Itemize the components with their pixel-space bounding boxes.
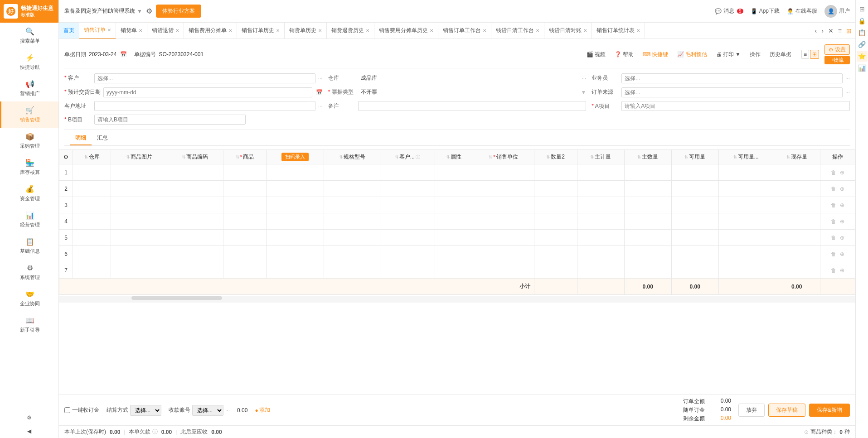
add-btn[interactable]: ● 添加 bbox=[255, 406, 270, 414]
b-project-input[interactable] bbox=[94, 115, 246, 125]
row-2-available[interactable] bbox=[671, 181, 718, 197]
tab-sales-cost[interactable]: 销售费用分摊单 ✕ bbox=[184, 23, 237, 39]
row-7-stock[interactable] bbox=[773, 262, 820, 279]
row-4-customer-field[interactable] bbox=[380, 213, 435, 230]
sort-icon[interactable]: ⇅ bbox=[590, 154, 594, 159]
tab-close-daily-workbench[interactable]: ✕ bbox=[536, 28, 539, 33]
view-mode-grid-icon[interactable]: ⊞ bbox=[810, 50, 819, 59]
customer-more-icon[interactable]: ··· bbox=[318, 75, 323, 82]
sort-icon[interactable]: ⇅ bbox=[339, 154, 343, 159]
detail-tab-detail[interactable]: 明细 bbox=[70, 131, 92, 145]
row-5-product-img[interactable] bbox=[111, 230, 167, 246]
sort-icon[interactable]: ⇅ bbox=[395, 154, 398, 159]
address-more-icon[interactable]: ··· bbox=[318, 103, 323, 109]
tab-menu-btn[interactable]: ≡ bbox=[836, 26, 844, 35]
row-2-product-img[interactable] bbox=[111, 181, 167, 197]
row-3-spec[interactable] bbox=[324, 197, 380, 213]
sort-icon[interactable]: ⇅ bbox=[236, 154, 239, 159]
row-5-product[interactable] bbox=[223, 230, 266, 246]
view-mode-list-icon[interactable]: ≡ bbox=[801, 50, 809, 59]
right-panel-item-5[interactable]: ⭐ bbox=[857, 51, 868, 62]
tab-sales-bill-history[interactable]: 销货单历史 ✕ bbox=[285, 23, 327, 39]
customer-field-info-icon[interactable]: ⓘ bbox=[416, 154, 420, 160]
row-5-available2[interactable] bbox=[718, 230, 773, 246]
row-2-attribute[interactable] bbox=[435, 181, 473, 197]
row-1-sales-unit[interactable] bbox=[473, 164, 534, 181]
tab-close-order-stats[interactable]: ✕ bbox=[636, 28, 640, 33]
row-1-product-img[interactable] bbox=[111, 164, 167, 181]
row-6-qty2[interactable] bbox=[534, 246, 577, 262]
row-4-available[interactable] bbox=[671, 213, 718, 230]
row-7-attribute[interactable] bbox=[435, 262, 473, 279]
row-7-customer-field[interactable] bbox=[380, 262, 435, 279]
row-2-copy-icon[interactable]: ⊕ bbox=[840, 186, 844, 192]
save-draft-btn[interactable]: 保存草稿 bbox=[768, 404, 805, 417]
row-6-available[interactable] bbox=[671, 246, 718, 262]
row-4-main-qty[interactable] bbox=[624, 213, 671, 230]
row-7-product[interactable] bbox=[223, 262, 266, 279]
row-5-customer-field[interactable] bbox=[380, 230, 435, 246]
sidebar-item-search[interactable]: 🔍 搜索菜单 bbox=[0, 23, 58, 49]
sidebar-item-management[interactable]: 📊 经营管理 bbox=[0, 207, 58, 233]
row-6-available2[interactable] bbox=[718, 246, 773, 262]
row-1-qty2[interactable] bbox=[534, 164, 577, 181]
row-6-product-code[interactable] bbox=[167, 246, 223, 262]
right-panel-item-1[interactable]: ⊞ bbox=[857, 4, 868, 14]
row-1-copy-icon[interactable]: ⊕ bbox=[840, 169, 844, 176]
row-2-warehouse[interactable] bbox=[73, 181, 111, 197]
delivery-calendar-icon[interactable]: 📅 bbox=[316, 89, 323, 96]
row-5-copy-icon[interactable]: ⊕ bbox=[840, 235, 844, 241]
settings-top-btn[interactable]: ⚙ 设置 bbox=[824, 44, 850, 55]
row-7-available2[interactable] bbox=[718, 262, 773, 279]
app-download-btn[interactable]: 📱 App下载 bbox=[751, 7, 780, 15]
user-btn[interactable]: 👤 用户 bbox=[824, 5, 850, 18]
row-6-product[interactable] bbox=[223, 246, 266, 262]
sort-icon[interactable]: ⇅ bbox=[84, 154, 88, 159]
tab-close-order-workbench[interactable]: ✕ bbox=[483, 28, 486, 33]
row-3-product-img[interactable] bbox=[111, 197, 167, 213]
tab-return-history[interactable]: 销货退货历史 ✕ bbox=[327, 23, 374, 39]
row-2-delete-icon[interactable]: 🗑 bbox=[831, 186, 836, 192]
row-1-stock[interactable] bbox=[773, 164, 820, 181]
row-6-spec[interactable] bbox=[324, 246, 380, 262]
print-btn[interactable]: 🖨 打印 ▼ bbox=[713, 50, 743, 59]
row-1-available2[interactable] bbox=[718, 164, 773, 181]
a-project-input[interactable] bbox=[621, 101, 850, 111]
row-1-main-unit[interactable] bbox=[577, 164, 624, 181]
industry-btn[interactable]: 体验行业方案 bbox=[156, 5, 201, 18]
sort-icon[interactable]: ⇅ bbox=[446, 154, 450, 159]
row-1-spec[interactable] bbox=[324, 164, 380, 181]
history-btn[interactable]: 历史单据 bbox=[767, 50, 794, 59]
row-7-delete-icon[interactable]: 🗑 bbox=[831, 267, 836, 274]
row-4-product[interactable] bbox=[223, 213, 266, 230]
tab-order-workbench[interactable]: 销售订单工作台 ✕ bbox=[438, 23, 491, 39]
salesperson-more-icon[interactable]: ··· bbox=[845, 75, 850, 82]
row-7-warehouse[interactable] bbox=[73, 262, 111, 279]
row-4-main-unit[interactable] bbox=[577, 213, 624, 230]
row-3-copy-icon[interactable]: ⊕ bbox=[840, 202, 844, 208]
invoice-type-arrow-icon[interactable]: ▼ bbox=[581, 89, 586, 96]
row-1-attribute[interactable] bbox=[435, 164, 473, 181]
row-5-stock[interactable] bbox=[773, 230, 820, 246]
row-1-customer-field[interactable] bbox=[380, 164, 435, 181]
tab-order-stats[interactable]: 销售订单统计表 ✕ bbox=[592, 23, 645, 39]
row-5-qty2[interactable] bbox=[534, 230, 577, 246]
customer-input[interactable] bbox=[94, 73, 315, 83]
row-4-delete-icon[interactable]: 🗑 bbox=[831, 218, 836, 225]
order-source-input[interactable] bbox=[621, 87, 843, 97]
row-7-spec[interactable] bbox=[324, 262, 380, 279]
remarks-input[interactable] bbox=[358, 101, 587, 111]
sort-icon[interactable]: ⇅ bbox=[637, 154, 641, 159]
row-6-attribute[interactable] bbox=[435, 246, 473, 262]
sidebar-item-inventory[interactable]: 🏪 库存核算 bbox=[0, 154, 58, 180]
shortcut-btn[interactable]: ⌨ 快捷键 bbox=[640, 50, 671, 59]
row-7-sales-unit[interactable] bbox=[473, 262, 534, 279]
sidebar-item-system[interactable]: ⚙ 系统管理 bbox=[0, 259, 58, 285]
row-7-main-unit[interactable] bbox=[577, 262, 624, 279]
tab-prev-btn[interactable]: ‹ bbox=[813, 26, 819, 35]
row-2-customer-field[interactable] bbox=[380, 181, 435, 197]
row-4-qty2[interactable] bbox=[534, 213, 577, 230]
order-source-more-icon[interactable]: ··· bbox=[845, 89, 850, 96]
date-picker-icon[interactable]: 📅 bbox=[120, 51, 127, 58]
sidebar-item-marketing[interactable]: 📢 营销推广 bbox=[0, 75, 58, 101]
